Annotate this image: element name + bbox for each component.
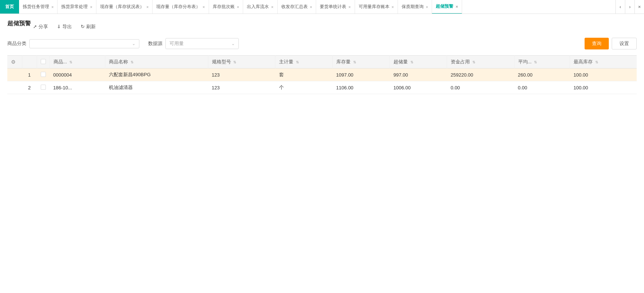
sort-capital-icon: ⇅ <box>472 60 475 64</box>
th-stock-label: 库存量 <box>336 59 351 64</box>
nav-arrows: ‹ › × <box>615 0 644 14</box>
row-max-stock: 100.00 <box>570 68 637 81</box>
tab-exception[interactable]: 拣货异常处理× <box>58 0 96 14</box>
home-label: 首页 <box>5 4 14 10</box>
export-label: 导出 <box>62 23 72 30</box>
datasource-select[interactable]: 可用量 ⌄ <box>165 38 239 49</box>
tab-task-mgmt[interactable]: 拣货任务管理× <box>19 0 58 14</box>
tab-label: 现存量（库存状况表） <box>100 4 144 10</box>
th-max-stock-label: 最高库存 <box>574 59 593 64</box>
tab-home[interactable]: 首页 <box>0 0 19 14</box>
tab-close-icon[interactable]: × <box>146 5 149 9</box>
th-product-code[interactable]: 商品... ⇅ <box>50 56 105 68</box>
nav-prev-button[interactable]: ‹ <box>615 0 625 14</box>
tab-inout-flow[interactable]: 出入库流水× <box>243 0 277 14</box>
row-checkbox[interactable] <box>41 72 46 77</box>
row-unit: 个 <box>275 81 333 94</box>
tab-label: 超储预警 <box>436 3 453 10</box>
topbar: 首页 拣货任务管理×拣货异常处理×现存量（库存状况表）×现存量（库存分布表）×库… <box>0 0 644 14</box>
th-overstock[interactable]: 超储量 ⇅ <box>390 56 447 68</box>
share-button[interactable]: ➚ 分享 <box>31 22 50 31</box>
share-icon: ➚ <box>33 24 37 29</box>
tab-close-icon[interactable]: × <box>310 5 312 9</box>
export-icon: ⇓ <box>57 24 61 29</box>
th-overstock-label: 超储量 <box>394 59 408 64</box>
row-index: 2 <box>22 81 37 94</box>
th-max-stock[interactable]: 最高库存 ⇅ <box>570 56 637 68</box>
row-unit: 套 <box>275 68 333 81</box>
tabs-container: 拣货任务管理×拣货异常处理×现存量（库存状况表）×现存量（库存分布表）×库存批次… <box>19 0 615 14</box>
settings-button[interactable]: 设置 <box>612 38 637 49</box>
tab-batch-account[interactable]: 库存批次账× <box>209 0 243 14</box>
tab-available-account[interactable]: 可用量库存账本× <box>355 0 398 14</box>
nav-next-button[interactable]: › <box>625 0 634 14</box>
tab-quality-check[interactable]: 保质期查询× <box>398 0 432 14</box>
th-product-code-label: 商品... <box>54 59 67 64</box>
tab-label: 要货单统计表 <box>320 4 346 10</box>
row-capital: 0.00 <box>447 81 514 94</box>
tab-overstock-warning[interactable]: 超储预警× <box>432 0 462 14</box>
th-capital[interactable]: 资金占用 ⇅ <box>447 56 514 68</box>
th-product-name[interactable]: 商品名称 ⇅ <box>105 56 208 68</box>
row-product-code: 186-10... <box>50 81 105 94</box>
tab-inventory-dist[interactable]: 现存量（库存分布表）× <box>153 0 209 14</box>
tab-inventory-status[interactable]: 现存量（库存状况表）× <box>96 0 153 14</box>
row-index: 1 <box>22 68 37 81</box>
tab-close-icon[interactable]: × <box>51 5 54 9</box>
tab-close-icon[interactable]: × <box>202 5 205 9</box>
tab-collect-summary[interactable]: 收发存汇总表× <box>278 0 316 14</box>
tab-close-icon[interactable]: × <box>426 5 428 9</box>
sort-product-name-icon: ⇅ <box>131 60 133 64</box>
gear-icon: ⚙ <box>11 59 16 65</box>
datasource-value: 可用量 <box>169 40 184 47</box>
row-gear-cell <box>7 68 22 81</box>
row-product-name: 六配套新昌490BPG <box>105 68 208 81</box>
th-checkbox <box>37 56 50 68</box>
table-row: 2 186-10... 机油滤清器 123 个 1106.00 1006.00 … <box>7 81 637 94</box>
datasource-filter: 数据源 可用量 ⌄ <box>148 38 239 49</box>
tab-label: 收发存汇总表 <box>281 4 308 10</box>
sort-spec-icon: ⇅ <box>233 60 236 64</box>
th-product-name-label: 商品名称 <box>109 59 128 64</box>
tab-label: 库存批次账 <box>213 4 235 10</box>
data-table: ⚙ 商品... ⇅ 商品名称 ⇅ 规格型号 <box>7 55 637 94</box>
th-stock[interactable]: 库存量 ⇅ <box>333 56 390 68</box>
tab-close-icon[interactable]: × <box>237 5 239 9</box>
refresh-label: 刷新 <box>86 23 96 30</box>
tab-close-icon[interactable]: × <box>455 4 458 9</box>
th-average[interactable]: 平均... ⇅ <box>514 56 570 68</box>
tab-label: 保质期查询 <box>402 4 424 10</box>
th-unit-label: 主计量 <box>279 59 293 64</box>
category-filter: 商品分类 ⌄ <box>7 39 139 48</box>
nav-close-button[interactable]: × <box>634 0 644 14</box>
table-header: ⚙ 商品... ⇅ 商品名称 ⇅ 规格型号 <box>7 56 637 68</box>
row-max-stock: 100.00 <box>570 81 637 94</box>
tab-close-icon[interactable]: × <box>90 5 92 9</box>
row-checkbox[interactable] <box>41 85 46 90</box>
row-spec: 123 <box>208 81 275 94</box>
th-capital-label: 资金占用 <box>451 59 470 64</box>
row-overstock: 997.00 <box>390 68 447 81</box>
sort-max-stock-icon: ⇅ <box>595 60 598 64</box>
row-stock: 1106.00 <box>333 81 390 94</box>
row-average: 0.00 <box>514 81 570 94</box>
row-checkbox-cell <box>37 68 50 81</box>
header-checkbox[interactable] <box>41 59 46 64</box>
query-button[interactable]: 查询 <box>585 38 609 49</box>
th-spec[interactable]: 规格型号 ⇅ <box>208 56 275 68</box>
category-select[interactable]: ⌄ <box>29 39 139 48</box>
th-unit[interactable]: 主计量 ⇅ <box>275 56 333 68</box>
share-label: 分享 <box>39 23 48 30</box>
tab-label: 出入库流水 <box>247 4 269 10</box>
table-wrapper: ⚙ 商品... ⇅ 商品名称 ⇅ 规格型号 <box>7 55 637 94</box>
tab-order-stats[interactable]: 要货单统计表× <box>316 0 355 14</box>
tab-close-icon[interactable]: × <box>348 5 351 9</box>
sort-unit-icon: ⇅ <box>296 60 299 64</box>
tab-close-icon[interactable]: × <box>271 5 273 9</box>
th-gear[interactable]: ⚙ <box>7 56 22 68</box>
export-button[interactable]: ⇓ 导出 <box>55 22 74 31</box>
tab-close-icon[interactable]: × <box>392 5 394 9</box>
refresh-button[interactable]: ↻ 刷新 <box>78 22 98 31</box>
sort-stock-icon: ⇅ <box>353 60 356 64</box>
row-capital: 259220.00 <box>447 68 514 81</box>
